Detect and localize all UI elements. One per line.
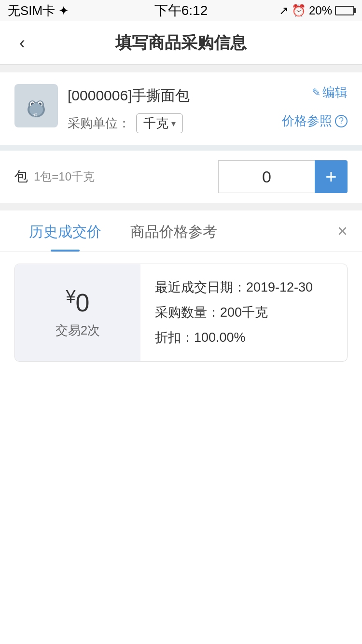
recent-date-value: 2019-12-30	[246, 280, 313, 294]
status-left: 无SIM卡 ✦	[8, 2, 69, 19]
tabs-close-button[interactable]: ×	[337, 221, 348, 241]
card-price: ¥0	[66, 287, 90, 317]
nav-bar: ‹ 填写商品采购信息	[0, 21, 362, 65]
status-right: ↗ ⏰ 20%	[279, 4, 354, 17]
quantity-input[interactable]	[218, 160, 315, 193]
quantity-unit: 包	[14, 168, 28, 186]
tab-history-price[interactable]: 历史成交价	[14, 210, 116, 252]
help-icon: ?	[335, 115, 348, 127]
discount-row: 折扣：100.00%	[155, 329, 333, 347]
alarm-icon: ⏰	[292, 4, 306, 17]
card-left: ¥0 交易2次	[15, 264, 140, 361]
unit-selector[interactable]: 千克 ▾	[136, 113, 183, 133]
product-section: 鲜 [0000006]手撕面包 采购单位： 千克 ▾ ✎ 编辑 价	[0, 72, 362, 145]
battery-icon	[335, 6, 354, 15]
product-thumbnail: 鲜	[14, 84, 58, 127]
tab-price-reference[interactable]: 商品价格参考	[116, 210, 232, 252]
discount-value: 100.00%	[194, 330, 246, 345]
product-left: 鲜 [0000006]手撕面包 采购单位： 千克 ▾	[14, 84, 190, 133]
qty-label-text: 采购数量：	[155, 305, 220, 320]
section-separator	[0, 145, 362, 151]
quantity-increase-button[interactable]: +	[315, 160, 348, 193]
edit-label: 编辑	[322, 84, 348, 101]
unit-value: 千克	[143, 115, 168, 132]
tabs-bar: 历史成交价 商品价格参考 ×	[0, 210, 362, 252]
back-button[interactable]: ‹	[14, 28, 30, 58]
card-right: 最近成交日期：2019-12-30 采购数量：200千克 折扣：100.00%	[140, 264, 347, 361]
quantity-label: 包 1包=10千克	[14, 168, 95, 186]
product-right: ✎ 编辑 价格参照 ?	[282, 84, 348, 129]
carrier-text: 无SIM卡 ✦	[8, 2, 69, 19]
location-icon: ↗	[279, 4, 289, 17]
chevron-down-icon: ▾	[171, 118, 176, 129]
price-value: 0	[76, 289, 90, 317]
empty-space	[0, 373, 362, 644]
qty-row: 采购数量：200千克	[155, 304, 333, 322]
page-title: 填写商品采购信息	[115, 32, 247, 54]
currency-symbol: ¥	[66, 287, 76, 307]
battery-percent: 20%	[309, 4, 332, 17]
card-transactions: 交易2次	[56, 322, 100, 339]
card-area: ¥0 交易2次 最近成交日期：2019-12-30 采购数量：200千克 折扣：…	[0, 252, 362, 373]
status-time: 下午6:12	[154, 1, 208, 20]
recent-date-row: 最近成交日期：2019-12-30	[155, 279, 333, 297]
price-ref-label: 价格参照	[282, 112, 332, 129]
price-reference-button[interactable]: 价格参照 ?	[282, 112, 348, 129]
edit-button[interactable]: ✎ 编辑	[312, 84, 348, 101]
recent-date-label: 最近成交日期：	[155, 280, 246, 294]
quantity-row: 包 1包=10千克 +	[0, 151, 362, 203]
product-unit-row: 采购单位： 千克 ▾	[68, 113, 190, 133]
edit-icon: ✎	[312, 86, 320, 99]
qty-value: 200千克	[220, 305, 268, 320]
product-header: 鲜 [0000006]手撕面包 采购单位： 千克 ▾ ✎ 编辑 价	[14, 84, 348, 133]
discount-label: 折扣：	[155, 330, 194, 345]
svg-text:鲜: 鲜	[33, 113, 37, 117]
status-bar: 无SIM卡 ✦ 下午6:12 ↗ ⏰ 20%	[0, 0, 362, 21]
product-name: [0000006]手撕面包	[68, 86, 190, 106]
product-logo-icon: 鲜	[22, 91, 51, 120]
product-info: [0000006]手撕面包 采购单位： 千克 ▾	[68, 84, 190, 133]
history-card: ¥0 交易2次 最近成交日期：2019-12-30 采购数量：200千克 折扣：…	[14, 264, 348, 362]
quantity-input-area: +	[218, 160, 348, 193]
quantity-conversion: 1包=10千克	[34, 169, 95, 184]
unit-label: 采购单位：	[68, 115, 130, 132]
